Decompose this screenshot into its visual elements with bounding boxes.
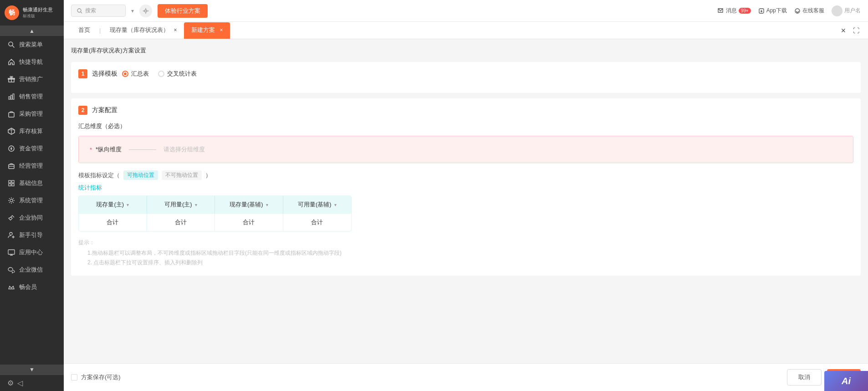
section2-header: 2 方案配置 bbox=[78, 106, 853, 115]
radio-cross-table[interactable]: 交叉统计表 bbox=[158, 70, 197, 78]
col-header-0[interactable]: 现存量(主) ▾ bbox=[79, 196, 147, 213]
search-placeholder: 搜索 bbox=[85, 7, 96, 15]
stats-cell-0: 合计 bbox=[79, 214, 147, 231]
radio-dot-summary bbox=[122, 71, 128, 77]
sidebar-item-basics[interactable]: 基础信息 bbox=[0, 175, 64, 192]
cancel-button[interactable]: 取消 bbox=[787, 369, 822, 386]
dropdown-icon[interactable]: ▾ bbox=[131, 8, 134, 14]
logo-icon: 畅 bbox=[5, 5, 19, 20]
sidebar-scroll-up[interactable]: ▲ bbox=[0, 26, 64, 36]
col-label-3: 可用量(基辅) bbox=[298, 201, 332, 209]
dimension-pink-box[interactable]: * *纵向维度 请选择分组维度 bbox=[78, 136, 853, 163]
search-icon bbox=[7, 41, 15, 49]
col-header-3[interactable]: 可用量(基辅) ▾ bbox=[283, 196, 352, 213]
online-service-item[interactable]: 在线客服 bbox=[794, 7, 824, 15]
col-chevron-0[interactable]: ▾ bbox=[127, 202, 129, 207]
sidebar-item-marketing[interactable]: 营销推广 bbox=[0, 71, 64, 88]
topbar-left: 搜索 ▾ 体验行业方案 bbox=[71, 4, 208, 18]
col-header-1[interactable]: 可用量(主) ▾ bbox=[147, 196, 215, 213]
col-label-1: 可用量(主) bbox=[164, 201, 192, 209]
app-download-item[interactable]: App下载 bbox=[758, 7, 787, 15]
sidebar-item-label: 销售管理 bbox=[19, 93, 43, 101]
section-config: 2 方案配置 汇总维度（必选） * *纵向维度 请选择分组维度 模板指标设定（ … bbox=[71, 98, 861, 276]
sidebar-item-label: 采购管理 bbox=[19, 110, 43, 118]
sidebar-item-cooperation[interactable]: 企业协同 bbox=[0, 209, 64, 226]
sidebar-item-management[interactable]: 经营管理 bbox=[0, 157, 64, 175]
sidebar-item-guide[interactable]: 新手引导 bbox=[0, 226, 64, 244]
tab-new-plan-label: 新建方案 bbox=[191, 26, 215, 34]
radio-dot-cross bbox=[158, 71, 164, 77]
main-area: 搜索 ▾ 体验行业方案 消息 99+ App下载 在线客服 bbox=[64, 0, 868, 391]
sidebar-item-system[interactable]: 系统管理 bbox=[0, 192, 64, 209]
sidebar-item-label: 企业微信 bbox=[19, 266, 43, 274]
online-service-label: 在线客服 bbox=[802, 7, 824, 15]
stats-header: 统计指标 bbox=[78, 184, 853, 192]
col-label-2: 现存量(基辅) bbox=[230, 201, 263, 209]
sidebar-item-label: 资金管理 bbox=[19, 144, 43, 153]
message-item[interactable]: 消息 99+ bbox=[717, 7, 751, 15]
bag-icon bbox=[7, 110, 15, 118]
message-badge: 99+ bbox=[739, 8, 751, 14]
sidebar-item-label: 基础信息 bbox=[19, 179, 43, 187]
sidebar-item-search[interactable]: 搜索菜单 bbox=[0, 36, 64, 53]
bottom-bar: 方案保存(可选) 取消 查询 bbox=[64, 363, 868, 391]
save-option[interactable]: 方案保存(可选) bbox=[71, 373, 121, 381]
tab-inventory-label: 现存量（库存状况表） bbox=[110, 26, 169, 34]
tab-inventory-close[interactable]: × bbox=[174, 27, 177, 33]
col-header-2[interactable]: 现存量(基辅) ▾ bbox=[215, 196, 283, 213]
vip-icon bbox=[7, 283, 15, 291]
ai-float-button[interactable]: Ai bbox=[824, 371, 868, 391]
section2-num: 2 bbox=[78, 106, 87, 115]
svg-point-15 bbox=[10, 232, 12, 235]
radio-cross-label: 交叉统计表 bbox=[167, 70, 197, 78]
tab-new-plan[interactable]: 新建方案 × bbox=[184, 22, 230, 39]
svg-point-14 bbox=[10, 199, 13, 202]
briefcase-icon bbox=[7, 162, 15, 170]
sidebar-item-inventory[interactable]: 库存核算 bbox=[0, 123, 64, 140]
tips-title: 提示： bbox=[78, 239, 853, 247]
save-checkbox[interactable] bbox=[71, 374, 77, 381]
settings-bottom-icon[interactable]: ⚙ bbox=[7, 379, 14, 387]
section1-num: 1 bbox=[78, 69, 87, 78]
sidebar-item-label: 营销推广 bbox=[19, 75, 43, 83]
topbar-search[interactable]: 搜索 bbox=[71, 5, 126, 17]
industry-solution-button[interactable]: 体验行业方案 bbox=[158, 4, 208, 18]
vertical-label: *纵向维度 bbox=[96, 145, 122, 154]
expand-window-button[interactable]: ⛶ bbox=[852, 26, 861, 35]
tab-inventory[interactable]: 现存量（库存状况表） × bbox=[102, 22, 184, 39]
tab-home[interactable]: 首页 bbox=[71, 22, 97, 39]
user-avatar[interactable]: 用户名 bbox=[832, 5, 861, 16]
ai-label: Ai bbox=[842, 376, 851, 386]
radio-summary-table[interactable]: 汇总表 bbox=[122, 70, 149, 78]
col-chevron-1[interactable]: ▾ bbox=[195, 202, 197, 207]
app-version: 标准版 bbox=[23, 13, 53, 19]
settings-topbar-icon[interactable] bbox=[139, 5, 152, 17]
sidebar-item-member[interactable]: 畅会员 bbox=[0, 278, 64, 296]
sidebar-item-apps[interactable]: 应用中心 bbox=[0, 244, 64, 261]
svg-rect-4 bbox=[11, 95, 12, 99]
grid-icon bbox=[7, 179, 15, 187]
sidebar-item-label: 畅会员 bbox=[19, 283, 37, 291]
tab-home-label: 首页 bbox=[78, 26, 90, 34]
dimension-placeholder: 请选择分组维度 bbox=[163, 145, 205, 154]
tab-new-plan-close[interactable]: × bbox=[220, 27, 223, 33]
sidebar-item-wechat[interactable]: 企业微信 bbox=[0, 261, 64, 278]
col-chevron-3[interactable]: ▾ bbox=[334, 202, 337, 207]
sidebar-item-label: 系统管理 bbox=[19, 196, 43, 205]
speaker-icon[interactable]: ◁ bbox=[17, 379, 23, 387]
sidebar-scroll-down[interactable]: ▼ bbox=[0, 365, 64, 375]
section1-header: 1 选择模板 汇总表 交叉统计表 bbox=[78, 69, 853, 78]
col-chevron-2[interactable]: ▾ bbox=[266, 202, 268, 207]
sidebar-item-finance[interactable]: 资金管理 bbox=[0, 140, 64, 157]
col-label-0: 现存量(主) bbox=[96, 201, 124, 209]
sidebar-item-sales[interactable]: 销售管理 bbox=[0, 88, 64, 105]
monitor-icon bbox=[7, 248, 15, 257]
close-window-button[interactable]: ✕ bbox=[839, 26, 848, 35]
app-name: 畅康通好生意 bbox=[23, 6, 53, 13]
sidebar-item-purchase[interactable]: 采购管理 bbox=[0, 105, 64, 123]
svg-rect-5 bbox=[13, 94, 14, 99]
sidebar-item-nav[interactable]: 快捷导航 bbox=[0, 53, 64, 71]
sidebar-item-label: 应用中心 bbox=[19, 248, 43, 257]
settings-icon bbox=[7, 196, 15, 205]
stats-table-row: 合计 合计 合计 合计 bbox=[79, 213, 351, 231]
